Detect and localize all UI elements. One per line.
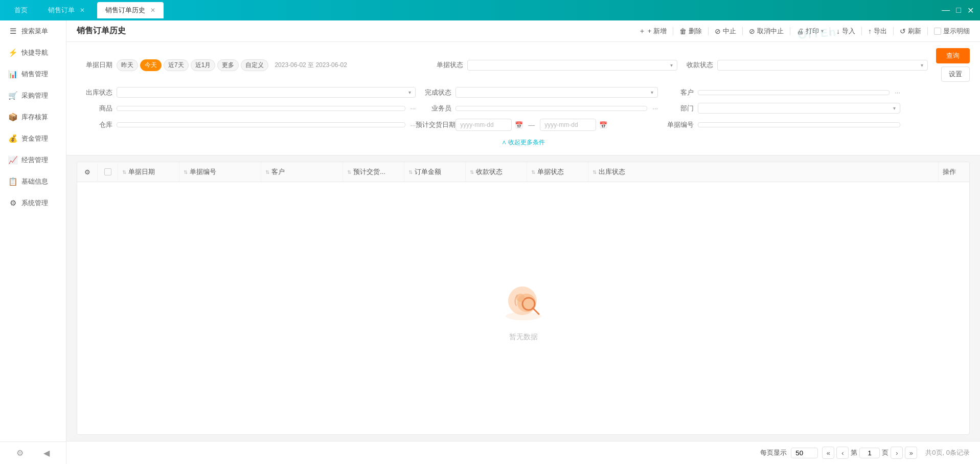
customer-input[interactable] xyxy=(698,90,890,95)
page-prev-btn[interactable]: ‹ xyxy=(836,447,849,459)
select-all-checkbox[interactable] xyxy=(104,168,111,175)
goods-label: 商品 xyxy=(77,104,112,113)
close-icon[interactable]: ✕ xyxy=(967,6,974,15)
department-arrow-icon: ▾ xyxy=(893,105,896,111)
sidebar-item-finance[interactable]: 💰 资金管理 xyxy=(0,128,66,149)
collection-status-select[interactable]: ▾ xyxy=(717,60,928,71)
expected-delivery-start-input[interactable]: yyyy-mm-dd xyxy=(455,119,512,131)
tab-sales-order-history[interactable]: 销售订单历史 ✕ xyxy=(97,2,164,18)
goods-more-icon[interactable]: ··· xyxy=(411,104,416,112)
collapse-sidebar-icon[interactable]: ◀ xyxy=(43,448,50,458)
stop-button[interactable]: ⊘ 中止 xyxy=(715,27,736,36)
th-settings[interactable]: ⚙ xyxy=(77,163,98,181)
sidebar-item-purchase[interactable]: 🛒 采购管理 xyxy=(0,85,66,106)
delivery-status-select[interactable]: ▾ xyxy=(117,87,416,98)
sort-amount-icon[interactable]: ⇅ xyxy=(408,169,413,175)
table-header: ⚙ ⇅ 单据日期 ⇅ 单据编号 ⇅ 客户 ⇅ xyxy=(77,162,969,182)
completion-status-label: 完成状态 xyxy=(416,88,451,97)
tab-sales-order-close[interactable]: ✕ xyxy=(80,7,85,14)
department-select[interactable]: ▾ xyxy=(698,103,900,114)
tab-sales-order[interactable]: 销售订单 ✕ xyxy=(40,2,93,18)
completion-status-select[interactable]: ▾ xyxy=(455,87,658,98)
print-arrow-icon: ▾ xyxy=(821,28,824,34)
sort-order-icon[interactable]: ⇅ xyxy=(184,169,188,175)
maximize-icon[interactable]: □ xyxy=(956,6,961,15)
filter-warehouse: 仓库 ··· xyxy=(77,120,416,129)
salesperson-input[interactable] xyxy=(455,106,647,111)
cancel-stop-button[interactable]: ⊘ 取消中止 xyxy=(749,27,784,36)
date-btn-1month[interactable]: 近1月 xyxy=(191,59,216,71)
tab-sales-order-history-close[interactable]: ✕ xyxy=(150,7,155,14)
import-button[interactable]: ↓ 导入 xyxy=(836,27,855,36)
main-content: 销售订单历史 ＋ + 新增 🗑 删除 ⊘ 中止 ⊘ xyxy=(66,20,980,464)
date-btn-today[interactable]: 今天 xyxy=(140,59,162,71)
start-calendar-icon[interactable]: 📅 xyxy=(515,121,523,129)
warehouse-input[interactable] xyxy=(117,122,405,127)
salesperson-more-icon[interactable]: ··· xyxy=(652,104,658,112)
document-date-label: 单据日期 xyxy=(77,60,112,70)
sort-customer-icon[interactable]: ⇅ xyxy=(265,169,269,175)
document-no-label: 单据编号 xyxy=(658,120,694,129)
sidebar-item-quick-nav[interactable]: ⚡ 快捷导航 xyxy=(0,42,66,63)
detail-checkbox-icon xyxy=(934,28,941,35)
minimize-icon[interactable]: — xyxy=(942,6,950,15)
customer-more-icon[interactable]: ··· xyxy=(895,89,900,96)
pagination: 每页显示 50 10 20 100 « ‹ 第 页 xyxy=(66,441,980,464)
date-btn-7days[interactable]: 近7天 xyxy=(164,59,189,71)
toolbar-divider-3 xyxy=(742,27,743,35)
sort-pay-status-icon[interactable]: ⇅ xyxy=(470,169,474,175)
warehouse-more-icon[interactable]: ··· xyxy=(411,121,416,129)
top-bar: 首页 销售订单 ✕ 销售订单历史 ✕ — □ ✕ xyxy=(0,0,980,20)
tab-home[interactable]: 首页 xyxy=(6,2,36,18)
new-button[interactable]: ＋ + 新增 xyxy=(639,27,667,36)
date-range-separator: — xyxy=(528,121,535,129)
th-action: 操作 xyxy=(939,162,969,182)
date-btn-yesterday[interactable]: 昨天 xyxy=(117,59,138,71)
sort-delivery-status-icon[interactable]: ⇅ xyxy=(592,169,597,175)
filter-row-2: 出库状态 ▾ 完成状态 ▾ xyxy=(77,87,970,98)
base-info-icon: 📋 xyxy=(8,177,17,186)
page-last-btn[interactable]: » xyxy=(905,447,917,459)
export-button[interactable]: ↑ 导出 xyxy=(868,27,887,36)
page-size-select[interactable]: 50 10 20 100 xyxy=(791,448,818,458)
show-detail-checkbox[interactable]: 显示明细 xyxy=(934,27,970,36)
document-no-control xyxy=(698,122,900,127)
sidebar-item-search-menu[interactable]: ☰ 搜索菜单 xyxy=(0,20,66,42)
page-number-input[interactable] xyxy=(859,448,880,458)
last-page-icon: » xyxy=(909,449,913,457)
sidebar-item-system[interactable]: ⚙ 系统管理 xyxy=(0,192,66,214)
document-status-select[interactable]: ▾ xyxy=(467,60,678,71)
expected-delivery-end-input[interactable]: yyyy-mm-dd xyxy=(540,119,596,131)
print-button[interactable]: 🖨 打印 ▾ xyxy=(796,27,824,36)
query-button[interactable]: 查询 xyxy=(936,48,970,63)
filter-document-date: 单据日期 昨天 今天 近7天 近1月 更多 自定义 2023-06-02 至 2… xyxy=(77,59,427,71)
sort-date-icon[interactable]: ⇅ xyxy=(122,169,126,175)
expected-delivery-label: 预计交货日期 xyxy=(416,120,451,129)
filter-delivery-status: 出库状态 ▾ xyxy=(77,87,416,98)
th-checkbox[interactable] xyxy=(98,163,118,181)
page-next-btn[interactable]: › xyxy=(891,447,903,459)
sidebar-item-inventory[interactable]: 📦 库存核算 xyxy=(0,106,66,128)
page-nav: « ‹ 第 页 › » xyxy=(822,447,917,459)
settings-filter-button[interactable]: 设置 xyxy=(941,67,970,82)
quick-nav-icon: ⚡ xyxy=(8,48,17,57)
search-menu-icon: ☰ xyxy=(8,27,17,36)
sidebar-item-base-info[interactable]: 📋 基础信息 xyxy=(0,171,66,192)
sidebar-item-sales[interactable]: 📊 销售管理 xyxy=(0,63,66,85)
total-records: 共0页, 0条记录 xyxy=(925,448,970,457)
sort-order-status-icon[interactable]: ⇅ xyxy=(531,169,535,175)
collapse-more-btn[interactable]: ∧ 收起更多条件 xyxy=(77,136,970,149)
goods-input[interactable] xyxy=(117,106,405,111)
delete-button[interactable]: 🗑 删除 xyxy=(679,27,702,36)
system-icon: ⚙ xyxy=(8,198,17,208)
refresh-button[interactable]: ↺ 刷新 xyxy=(900,27,921,36)
document-no-input[interactable] xyxy=(698,122,900,127)
date-btn-custom[interactable]: 自定义 xyxy=(241,59,268,71)
end-calendar-icon[interactable]: 📅 xyxy=(599,121,607,129)
date-btn-more[interactable]: 更多 xyxy=(217,59,239,71)
page-first-btn[interactable]: « xyxy=(822,447,834,459)
sort-delivery-icon[interactable]: ⇅ xyxy=(347,169,351,175)
settings-bottom-icon[interactable]: ⚙ xyxy=(16,448,24,458)
sidebar-item-operations[interactable]: 📈 经营管理 xyxy=(0,149,66,171)
toolbar-divider-5 xyxy=(830,27,830,35)
